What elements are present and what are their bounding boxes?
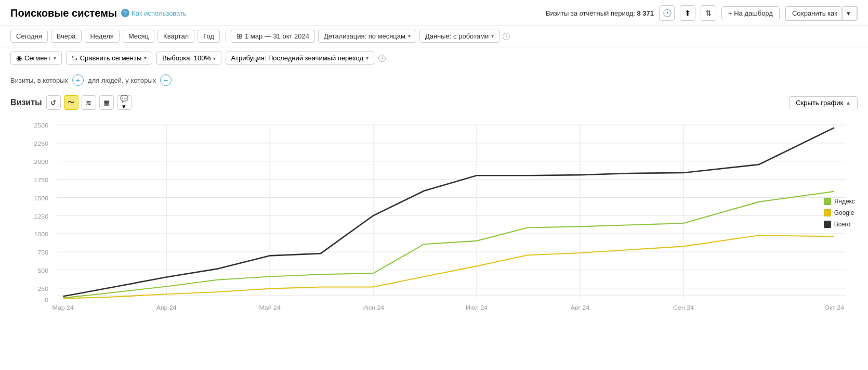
svg-text:Сен 24: Сен 24 (673, 304, 694, 311)
chart-title: Визиты (10, 98, 42, 107)
svg-text:2000: 2000 (34, 158, 49, 165)
chart-svg: 2500 2250 2000 1750 1500 1250 1000 750 5… (10, 114, 858, 312)
attr-info-icon: i (378, 55, 386, 62)
chart-area: 2500 2250 2000 1750 1500 1250 1000 750 5… (10, 114, 858, 312)
line-chart-btn[interactable]: 〜 (64, 95, 78, 110)
svg-text:2250: 2250 (34, 141, 49, 148)
header: Поисковые системы ? Как использовать Виз… (0, 0, 868, 25)
detail-label: Детализация: по месяцам (324, 32, 405, 40)
today-btn[interactable]: Сегодня (10, 30, 48, 43)
save-as-dropdown-btn[interactable]: ▾ (842, 6, 857, 20)
svg-text:Июн 24: Июн 24 (362, 304, 384, 311)
page-title: Поисковые системы (10, 7, 117, 19)
legend-google-color (824, 209, 831, 216)
attr-label: Атрибуция: Последний значимый переход (231, 54, 364, 62)
chart-title-area: Визиты ↺ 〜 ≋ ▦ 💬 ▾ (10, 95, 131, 110)
svg-text:Окт 24: Окт 24 (824, 304, 844, 311)
svg-text:Авг 24: Авг 24 (571, 304, 590, 311)
date-range-label: 1 мар — 31 окт 2024 (245, 32, 309, 40)
yesterday-btn[interactable]: Вчера (51, 30, 82, 43)
svg-text:Апр 24: Апр 24 (156, 304, 177, 311)
add-people-condition-btn[interactable]: + (160, 74, 172, 86)
data-info-icon: i (503, 33, 510, 40)
sample-btn[interactable]: Выборка: 100% ▾ (156, 52, 221, 65)
segment-chevron: ▾ (54, 55, 56, 61)
header-left: Поисковые системы ? Как использовать (10, 7, 187, 19)
add-dashboard-label: + На дашборд (728, 9, 773, 17)
data-chevron: ▾ (491, 33, 494, 39)
add-dashboard-button[interactable]: + На дашборд (721, 6, 780, 20)
svg-text:2500: 2500 (34, 122, 49, 130)
svg-text:1500: 1500 (34, 195, 49, 202)
legend-google[interactable]: Google (824, 209, 855, 216)
quarter-btn[interactable]: Квартал (157, 30, 194, 43)
legend-google-label: Google (834, 209, 854, 216)
filter-bar: ◉ Сегмент ▾ ⇆ Сравнить сегменты ▾ Выборк… (0, 47, 868, 69)
add-visits-condition-btn[interactable]: + (72, 74, 84, 86)
svg-text:Июл 24: Июл 24 (466, 304, 488, 311)
people-condition-text: для людей, у которых (88, 76, 156, 84)
detail-chevron: ▾ (408, 33, 411, 39)
svg-text:500: 500 (37, 267, 48, 274)
refresh-icon-btn[interactable]: ↺ (46, 95, 61, 110)
save-as-button[interactable]: Сохранить как (785, 6, 842, 20)
segment-icon: ◉ (16, 54, 22, 62)
bar-chart-btn[interactable]: ▦ (99, 95, 114, 110)
svg-text:250: 250 (37, 285, 48, 292)
visits-label: Визиты за отчётный период: 8 371 (546, 9, 654, 17)
legend-total-label: Всего (834, 221, 850, 228)
attr-chevron: ▾ (366, 55, 369, 61)
sample-label: Выборка: 100% (162, 54, 211, 62)
legend-yandex-label: Яндекс (834, 198, 855, 205)
chart-controls: ↺ 〜 ≋ ▦ 💬 ▾ (46, 95, 131, 110)
compare-chevron: ▾ (144, 55, 147, 61)
help-text: Как использовать (131, 9, 187, 17)
svg-text:0: 0 (45, 296, 48, 303)
attr-btn[interactable]: Атрибуция: Последний значимый переход ▾ (226, 52, 375, 65)
legend-total-color (824, 221, 831, 228)
hide-chart-btn[interactable]: Скрыть график ▲ (789, 96, 858, 109)
svg-text:750: 750 (37, 249, 48, 257)
year-btn[interactable]: Год (198, 30, 220, 43)
svg-text:1750: 1750 (34, 176, 49, 184)
toolbar-separator (225, 31, 226, 42)
legend-yandex-color (824, 198, 831, 205)
help-icon: ? (121, 9, 129, 17)
data-btn[interactable]: Данные: с роботами ▾ (419, 30, 499, 43)
comment-btn[interactable]: 💬 ▾ (117, 95, 131, 110)
segment-btn[interactable]: ◉ Сегмент ▾ (10, 52, 62, 65)
date-range-btn[interactable]: ⊞ 1 мар — 31 окт 2024 (231, 30, 315, 43)
detail-btn[interactable]: Детализация: по месяцам ▾ (318, 30, 416, 43)
visits-value: 8 371 (637, 9, 654, 17)
data-label: Данные: с роботами (425, 32, 489, 40)
save-as-wrapper: Сохранить как ▾ (785, 6, 858, 21)
compare-icon-btn[interactable]: ⇅ (701, 5, 716, 21)
chart-header: Визиты ↺ 〜 ≋ ▦ 💬 ▾ Скрыть график ▲ (10, 91, 858, 114)
clock-icon-btn[interactable]: 🕐 (659, 5, 675, 21)
sample-chevron: ▾ (213, 56, 216, 61)
svg-text:Май 24: Май 24 (259, 304, 281, 311)
visits-condition-text: Визиты, в которых (10, 76, 68, 84)
area-chart-btn[interactable]: ≋ (82, 95, 96, 110)
segment-label: Сегмент (24, 54, 51, 62)
export-icon-btn[interactable]: ⬆ (680, 5, 695, 21)
svg-text:1250: 1250 (34, 213, 49, 220)
calendar-icon: ⊞ (236, 32, 242, 40)
month-btn[interactable]: Месяц (123, 30, 154, 43)
help-link[interactable]: ? Как использовать (121, 9, 187, 17)
hide-chart-label: Скрыть график (796, 99, 843, 107)
compare-btn[interactable]: ⇆ Сравнить сегменты ▾ (66, 52, 153, 65)
compare-icon: ⇆ (72, 54, 77, 62)
condition-bar: Визиты, в которых + для людей, у которых… (0, 69, 868, 91)
hide-chart-chevron: ▲ (846, 100, 851, 106)
chart-section: Визиты ↺ 〜 ≋ ▦ 💬 ▾ Скрыть график ▲ (0, 91, 868, 312)
svg-text:Мар 24: Мар 24 (52, 304, 74, 311)
svg-text:1000: 1000 (34, 231, 49, 238)
header-right: Визиты за отчётный период: 8 371 🕐 ⬆ ⇅ +… (546, 5, 858, 21)
legend-yandex[interactable]: Яндекс (824, 198, 855, 205)
chart-legend: Яндекс Google Всего (824, 198, 855, 228)
week-btn[interactable]: Неделя (85, 30, 120, 43)
date-toolbar: Сегодня Вчера Неделя Месяц Квартал Год ⊞… (0, 25, 868, 47)
compare-label: Сравнить сегменты (80, 54, 142, 62)
legend-total[interactable]: Всего (824, 221, 855, 228)
